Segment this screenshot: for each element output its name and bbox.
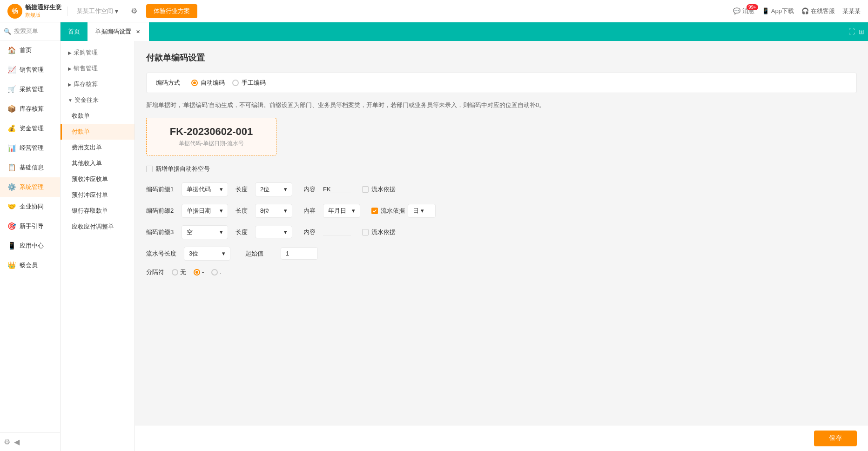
sidebar-item-apps[interactable]: 📱 应用中心 [0,236,60,256]
length3-label: 长度 [236,228,248,236]
sub-menu-item-prepay-collect[interactable]: 预收冲应收单 [61,171,135,187]
sub-menu-inventory-header[interactable]: ▶ 库存核算 [61,76,135,92]
basic-icon: 📋 [7,163,16,172]
length1-select[interactable]: 2位 ▾ [255,182,292,196]
app-download-button[interactable]: 📱 App下载 [762,7,794,15]
sep-none-radio[interactable]: 无 [172,268,186,276]
sub-menu-item-receipt[interactable]: 收款单 [61,108,135,124]
sub-menu-item-adjust[interactable]: 应收应付调整单 [61,219,135,235]
sidebar-item-system[interactable]: ⚙️ 系统管理 [0,177,60,197]
sep-dot-radio[interactable]: . [211,269,222,276]
logo-text: 畅捷通好生意 旗舰版 [25,3,61,19]
separator-row: 分隔符 无 - . [146,268,857,276]
workspace-dropdown[interactable]: 某某工作空间 ▾ [73,5,122,17]
home-icon: 🏠 [7,46,16,54]
sidebar-bottom: ⚙ ◀ [0,432,60,451]
operations-icon: 📊 [7,144,16,152]
sidebar-item-home[interactable]: 🏠 首页 [0,40,60,60]
sidebar-item-inventory[interactable]: 📦 库存核算 [0,99,60,119]
main-content: 付款单编码设置 编码方式 自动编码 [135,41,868,425]
serial-len-select[interactable]: 3位 ▾ [184,247,230,261]
serial2-checkbox[interactable] [371,208,378,214]
sub-menu-sales-group: ▶ 销售管理 [61,61,135,76]
sidebar-collapse-button[interactable]: ◀ [14,438,20,446]
sub-menu-sales-header[interactable]: ▶ 销售管理 [61,61,135,76]
example-box: FK-20230602-001 单据代码-单据日期-流水号 [146,118,276,155]
sub-menu-item-other-income[interactable]: 其他收入单 [61,155,135,171]
content2-select[interactable]: 年月日 ▾ [323,204,360,218]
sub-menu-item-bank[interactable]: 银行存取款单 [61,203,135,219]
sidebar-item-finance[interactable]: 💰 资金管理 [0,119,60,138]
prefix2-label: 编码前缀2 [146,207,174,215]
prefix1-chevron-icon: ▾ [220,186,223,193]
form-row-prefix3: 编码前缀3 空 ▾ 长度 ▾ 内容 [146,225,857,239]
settings-icon[interactable]: ⚙ [128,5,141,18]
form-row-prefix1: 编码前缀1 单据代码 ▾ 长度 2位 ▾ 内容 FK [146,182,857,196]
sub-menu-capital-header[interactable]: ▼ 资金往来 [61,92,135,108]
logo-icon: 畅 [7,4,22,19]
form-row-serial-len: 流水号长度 3位 ▾ 起始值 [146,247,857,261]
purchase-icon: 🛒 [7,85,16,94]
sub-menu-purchase-header[interactable]: ▶ 采购管理 [61,45,135,61]
tab-bar-right: ⛶ ⊞ [845,22,868,41]
sub-menu-purchase-group: ▶ 采购管理 [61,45,135,61]
message-icon: 💬 [733,7,740,14]
length2-chevron-icon: ▾ [284,207,287,214]
length1-chevron-icon: ▾ [284,186,287,193]
length2-select[interactable]: 8位 ▾ [255,204,292,218]
content3-label: 内容 [303,228,316,236]
tab-encoding[interactable]: 单据编码设置 ✕ [87,22,149,41]
sidebar-item-enterprise[interactable]: 🤝 企业协同 [0,197,60,216]
sidebar-item-basic[interactable]: 📋 基础信息 [0,158,60,177]
length2-label: 长度 [236,207,248,215]
experience-button[interactable]: 体验行业方案 [146,4,197,18]
search-menu-button[interactable]: 🔍 搜索菜单 [0,22,60,40]
auto-coding-radio[interactable]: 自动编码 [191,79,225,87]
manual-coding-radio[interactable]: 手工编码 [232,79,266,87]
sidebar-item-member[interactable]: 👑 畅会员 [0,256,60,275]
app-icon: 📱 [762,7,769,14]
length3-select[interactable]: ▾ [255,226,292,238]
auto-coding-radio-dot [193,81,196,84]
search-icon: 🔍 [4,28,11,35]
tab-home[interactable]: 首页 [61,22,87,41]
tab-close-icon[interactable]: ✕ [134,28,141,35]
prefix2-select[interactable]: 单据日期 ▾ [182,204,228,218]
sep-dash-radio[interactable]: - [194,269,204,276]
sidebar: 🔍 搜索菜单 🏠 首页 📈 销售管理 🛒 采购管理 📦 库存核算 💰 资金管理 … [0,22,61,451]
sub-sidebar: ▶ 采购管理 ▶ 销售管理 ▶ 库存核算 [61,41,135,451]
prefix2-chevron-icon: ▾ [220,207,223,214]
system-icon: ⚙️ [7,183,16,191]
sidebar-settings-button[interactable]: ⚙ [4,438,10,446]
prefix1-select[interactable]: 单据代码 ▾ [182,182,228,196]
check-icon [372,209,377,213]
sub-menu-item-payment[interactable]: 付款单 [61,124,135,140]
sidebar-item-guide[interactable]: 🎯 新手引导 [0,216,60,236]
tab-fullscreen-icon[interactable]: ⛶ [848,28,855,35]
tab-expand-icon[interactable]: ⊞ [859,28,864,35]
sub-menu-item-expense[interactable]: 费用支出单 [61,140,135,155]
form-row-prefix2: 编码前缀2 单据日期 ▾ 长度 8位 ▾ 内容 年月日 [146,204,857,218]
auto-fill-checkbox[interactable] [146,166,153,172]
start-value-input[interactable] [281,247,318,260]
sub-menu-item-prepay-pay[interactable]: 预付冲应付单 [61,187,135,203]
content1-label: 内容 [303,185,316,194]
sub-menu-capital-group: ▼ 资金往来 收款单 付款单 费用支出单 其他收入单 [61,92,135,235]
serial2-checkbox-row: 流水依据 日 ▾ [371,204,436,218]
serial1-checkbox[interactable] [362,186,369,193]
message-button[interactable]: 💬 消息 99+ [733,7,754,15]
user-area[interactable]: 某某某 [842,7,861,15]
prefix3-select[interactable]: 空 ▾ [182,225,228,239]
serial3-checkbox[interactable] [362,229,369,236]
top-bar-left: 畅 畅捷通好生意 旗舰版 某某工作空间 ▾ ⚙ 体验行业方案 [7,3,197,19]
sidebar-item-purchase[interactable]: 🛒 采购管理 [0,80,60,99]
service-button[interactable]: 🎧 在线客服 [801,7,835,15]
save-button[interactable]: 保存 [814,431,857,446]
serial2-unit-select[interactable]: 日 ▾ [408,204,436,218]
sidebar-item-operations[interactable]: 📊 经营管理 [0,138,60,158]
example-code: FK-20230602-001 [158,126,265,138]
bottom-bar: 保存 [135,425,868,451]
sidebar-item-sales[interactable]: 📈 销售管理 [0,60,60,80]
top-bar-right: 💬 消息 99+ 📱 App下载 🎧 在线客服 某某某 [733,7,861,15]
enterprise-icon: 🤝 [7,202,16,211]
